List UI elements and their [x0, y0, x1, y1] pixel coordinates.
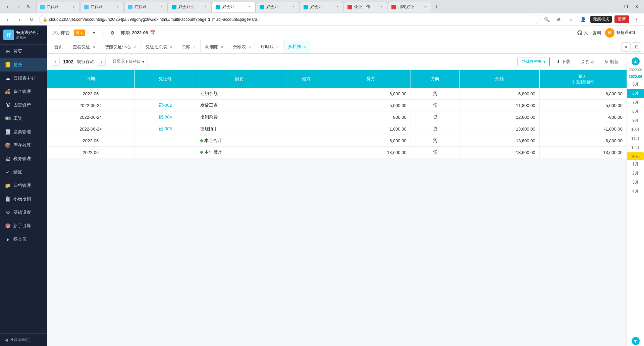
- tab-detail-ledger-close[interactable]: ×: [221, 45, 223, 49]
- timeline-month-7[interactable]: 7月: [627, 98, 644, 107]
- tab-close-2[interactable]: ×: [115, 5, 120, 9]
- new-tab-button[interactable]: +: [432, 2, 441, 12]
- print-button[interactable]: 🖨 打印: [577, 57, 598, 66]
- sidebar-item-fixed-assets[interactable]: 🏗 固定资产: [0, 98, 47, 112]
- sidebar-item-expense[interactable]: 📋 小畅报销: [0, 192, 47, 206]
- reload-button[interactable]: ↻: [24, 2, 34, 11]
- tab-close-4[interactable]: ×: [203, 5, 208, 9]
- timeline-month-2023-1[interactable]: 1月: [627, 160, 644, 169]
- sidebar-item-invoice[interactable]: 🧾 发票管理: [0, 125, 47, 139]
- filter-dropdown-button[interactable]: 只显示下级科目 ▾: [109, 57, 148, 66]
- tab-general-ledger-close[interactable]: ×: [193, 45, 195, 49]
- timeline-month-8[interactable]: 8月: [627, 107, 644, 116]
- tab-sequence-ledger[interactable]: 序时账 ×: [256, 40, 283, 54]
- browser-tab-3[interactable]: 易代账 ×: [124, 2, 168, 12]
- sidebar-item-fund-mgmt[interactable]: 💰 资金管理: [0, 85, 47, 98]
- address-bar[interactable]: 🔒 cloud2.chanjet.com/accounting/uh26t264…: [39, 15, 539, 24]
- timeline-month-12[interactable]: 12月: [627, 143, 644, 152]
- tab-close-6[interactable]: ×: [291, 5, 296, 9]
- timeline-month-10[interactable]: 10月: [627, 125, 644, 134]
- forward-button[interactable]: ›: [13, 2, 23, 11]
- tab-close-9[interactable]: ×: [423, 5, 428, 9]
- browser-tab-8[interactable]: 企业工作 ×: [344, 2, 387, 12]
- cell-voucher[interactable]: 记-004: [135, 111, 196, 123]
- maximize-button[interactable]: ❐: [621, 2, 631, 11]
- sidebar-item-guide[interactable]: 🎯 新手引导: [0, 219, 47, 233]
- calendar-icon[interactable]: 📅: [150, 30, 155, 35]
- tab-balance-table[interactable]: 余额表 ×: [228, 40, 256, 54]
- timeline-month-2023-4[interactable]: 4月: [627, 187, 644, 196]
- nav-back-button[interactable]: ‹: [3, 15, 12, 24]
- table-wrapper[interactable]: 日期 凭证号 摘要 借方 贷方 方向 余额 借方中国建设银行 2022: [47, 70, 627, 341]
- bottom-scrollbar[interactable]: [47, 341, 627, 346]
- timeline-month-9[interactable]: 9月: [627, 116, 644, 125]
- refresh-button[interactable]: ↻ 刷新: [601, 57, 622, 66]
- search-button[interactable]: 🔍: [542, 15, 551, 24]
- tab-close-1[interactable]: ×: [71, 5, 76, 9]
- nav-reload-button[interactable]: ↻: [27, 15, 36, 24]
- consult-button[interactable]: 🎧 人工咨询: [577, 30, 601, 36]
- update-button[interactable]: 更新: [614, 15, 629, 23]
- tab-general-ledger[interactable]: 总账 ×: [177, 40, 200, 54]
- minimize-button[interactable]: —: [610, 2, 620, 11]
- sidebar-item-settlement[interactable]: ✓ 结账: [0, 165, 47, 179]
- translate-button[interactable]: ⊕: [554, 15, 564, 24]
- timeline-month-5[interactable]: 5月: [627, 80, 644, 89]
- browser-tab-9[interactable]: 用友好业 ×: [388, 2, 431, 12]
- multi-col-button[interactable]: 特殊多栏账 ▾: [518, 57, 550, 66]
- browser-tab-7[interactable]: 好会计 ×: [300, 2, 343, 12]
- sidebar-item-vip[interactable]: ♦ 畅会员: [0, 233, 47, 246]
- browser-tab-6[interactable]: 好会计 ×: [256, 2, 300, 12]
- sidebar-item-general-ledger[interactable]: 📒 总账: [0, 58, 47, 71]
- collapse-panel-button[interactable]: ×: [621, 42, 631, 52]
- tab-multi-col[interactable]: 多栏账 ×: [283, 40, 311, 54]
- browser-tab-2[interactable]: 易代账 ×: [80, 2, 124, 12]
- tab-close-7[interactable]: ×: [335, 5, 340, 9]
- tab-balance-table-close[interactable]: ×: [249, 45, 251, 49]
- sidebar-pin-button[interactable]: ◀ ◀取消固定: [0, 333, 47, 346]
- back-button[interactable]: ‹: [3, 2, 12, 11]
- tab-close-3[interactable]: ×: [159, 5, 164, 9]
- cell-voucher[interactable]: 记-002: [135, 100, 196, 111]
- timeline-month-2023-2[interactable]: 2月: [627, 169, 644, 178]
- settings-button[interactable]: ⋮: [632, 15, 641, 24]
- header-dropdown-button[interactable]: ▾: [89, 28, 99, 38]
- next-account-button[interactable]: ›: [98, 58, 106, 66]
- tab-voucher-summary-close[interactable]: ×: [170, 45, 172, 49]
- tab-smart-voucher-close[interactable]: ×: [133, 45, 136, 49]
- expand-panel-button[interactable]: ⊡: [632, 42, 641, 52]
- sidebar-item-inventory[interactable]: 📦 库存核算: [0, 139, 47, 152]
- tab-vouchers[interactable]: 查看凭证 ×: [68, 40, 100, 54]
- tab-detail-ledger[interactable]: 明细账 ×: [201, 40, 228, 54]
- tab-voucher-summary[interactable]: 凭证汇总表 ×: [141, 40, 177, 54]
- sidebar-item-archive[interactable]: 📁 归档管理: [0, 179, 47, 192]
- sidebar-item-salary[interactable]: 💵 工资: [0, 112, 47, 125]
- timeline-month-6[interactable]: 6月: [627, 89, 644, 98]
- cell-voucher[interactable]: 记-006: [135, 123, 196, 135]
- download-button[interactable]: ⬇ 下载: [553, 57, 574, 66]
- tab-multi-col-close[interactable]: ×: [304, 45, 306, 49]
- sidebar-item-tax[interactable]: 🏛 税务管理: [0, 152, 47, 165]
- timeline-scroll-down-button[interactable]: ▼: [632, 337, 640, 345]
- prev-account-button[interactable]: ‹: [52, 58, 60, 66]
- header-settings-icon[interactable]: ⚙: [108, 28, 117, 38]
- tab-sequence-ledger-close[interactable]: ×: [276, 45, 278, 49]
- nav-forward-button[interactable]: ›: [15, 15, 24, 24]
- timeline-scroll-up-button[interactable]: ▲: [632, 57, 640, 65]
- timeline-month-2023-3[interactable]: 3月: [627, 178, 644, 187]
- sidebar-item-cloud-report[interactable]: ☁ 云报表中心: [0, 71, 47, 85]
- bookmark-button[interactable]: ☆: [566, 15, 576, 24]
- sidebar-item-home[interactable]: ⊞ 首页: [0, 45, 47, 58]
- incognito-button[interactable]: 无痕模式: [590, 16, 612, 23]
- browser-tab-4[interactable]: 好会计业 ×: [168, 2, 212, 12]
- timeline-month-11[interactable]: 11月: [627, 134, 644, 143]
- browser-tab-1[interactable]: 易代账 ×: [36, 2, 80, 12]
- tab-close-8[interactable]: ×: [379, 5, 384, 9]
- tab-close-5[interactable]: ×: [247, 5, 252, 9]
- browser-tab-5[interactable]: 好会计 ×: [212, 2, 256, 12]
- close-window-button[interactable]: ✕: [632, 2, 641, 11]
- profile-button[interactable]: 👤: [578, 15, 588, 24]
- sidebar-item-settings[interactable]: ⚙ 基础设置: [0, 206, 47, 219]
- tab-vouchers-close[interactable]: ×: [93, 45, 95, 49]
- tab-home[interactable]: 首页: [50, 40, 68, 54]
